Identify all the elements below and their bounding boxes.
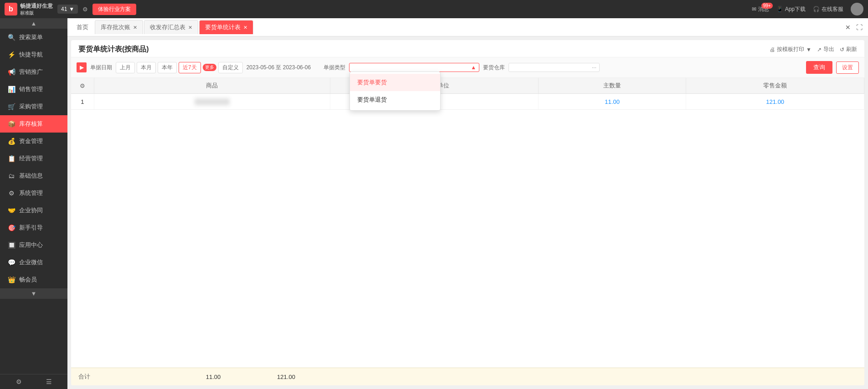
headset-icon: 🎧 (813, 6, 820, 12)
sidebar-scroll-up[interactable]: ▲ (0, 18, 67, 29)
sidebar-item-wechat[interactable]: 💬 企业微信 (0, 254, 67, 271)
trial-button[interactable]: 体验行业方案 (92, 4, 136, 15)
col-settings-icon[interactable]: ⚙ (80, 82, 85, 89)
col-amount: 零售金额 (686, 78, 864, 94)
footer-quantity: 11.00 (200, 374, 227, 380)
footer-label: 合计 (78, 373, 90, 381)
basic-info-icon: 🗂 (7, 172, 15, 180)
online-service-item[interactable]: 🎧 在线客服 (813, 5, 843, 13)
message-badge: 99+ (761, 3, 773, 9)
export-label: 导出 (823, 46, 834, 53)
export-button[interactable]: ↗ 导出 (817, 46, 834, 53)
sidebar-label-finance: 资金管理 (19, 137, 43, 145)
sidebar-item-quick-nav[interactable]: ⚡ 快捷导航 (0, 46, 67, 63)
col-settings[interactable]: ⚙ (71, 78, 94, 94)
date-btn-last-month[interactable]: 上月 (116, 62, 135, 73)
sidebar-item-purchase[interactable]: 🛒 采购管理 (0, 98, 67, 115)
col-product: 商品 (94, 78, 330, 94)
user-avatar[interactable] (851, 3, 863, 15)
type-input-container[interactable]: ▲ 要货单要货 要货单退货 (349, 63, 479, 72)
template-print-chevron: ▼ (806, 46, 812, 53)
tab-label-inventory-batch: 库存批次账 (101, 23, 130, 31)
template-print-label: 按模板打印 (777, 46, 804, 53)
sidebar-label-inventory: 库存核算 (19, 120, 43, 128)
dropdown-item-order-return[interactable]: 要货单退货 (350, 91, 440, 108)
sidebar-item-app-center[interactable]: 🔲 应用中心 (0, 236, 67, 254)
refresh-icon: ↺ (840, 46, 844, 53)
tab-inventory-batch[interactable]: 库存批次账 ✕ (95, 20, 143, 34)
data-table: ⚙ 商品 主计量单位 主数量 零售金额 1 ████ ████ (71, 78, 864, 110)
top-header: b 畅捷通好生意 标准版 41 ▼ ⚙ 体验行业方案 ✉ 消息 99+ 📱 Ap… (0, 0, 868, 18)
table-row: 1 ████ ████ 块 11.00 121.00 (71, 94, 864, 110)
logo-text: 畅捷通好生意 标准版 (20, 2, 53, 16)
sidebar-item-system[interactable]: ⚙ 系统管理 (0, 184, 67, 202)
dropdown-item-order-request[interactable]: 要货单要货 (350, 74, 440, 91)
sidebar-label-system: 系统管理 (19, 189, 43, 197)
type-dropdown: 要货单要货 要货单退货 (349, 72, 441, 111)
selector-value: 41 (61, 6, 67, 12)
custom-date-button[interactable]: 自定义 (218, 62, 243, 73)
tab-close-all-icon[interactable]: ✕ (843, 23, 853, 32)
message-icon: ✉ (752, 6, 756, 12)
tab-home[interactable]: 首页 (71, 20, 94, 34)
settings-bottom-icon[interactable]: ⚙ (16, 378, 22, 385)
template-print-button[interactable]: 🖨 按模板打印 ▼ (770, 46, 812, 53)
quantity-link[interactable]: 11.00 (605, 98, 620, 105)
member-icon: 👑 (7, 276, 15, 284)
expand-filter-button[interactable]: ▶ (77, 62, 87, 72)
sidebar-label-basic-info: 基础信息 (19, 172, 43, 180)
tab-close-inventory-batch[interactable]: ✕ (133, 25, 137, 31)
tab-order-stats[interactable]: 要货单统计表 ✕ (199, 20, 253, 34)
warehouse-label: 要货仓库 (483, 64, 505, 72)
app-download-item[interactable]: 📱 App下载 (776, 5, 806, 13)
app-selector[interactable]: 41 ▼ (57, 5, 78, 14)
sidebar-item-marketing[interactable]: 📢 营销推广 (0, 63, 67, 81)
amount-link[interactable]: 121.00 (766, 98, 784, 105)
marketing-icon: 📢 (7, 68, 15, 76)
tab-receive-summary[interactable]: 收发存汇总表 ✕ (144, 20, 198, 34)
menu-bottom-icon[interactable]: ☰ (46, 378, 52, 385)
tab-right-buttons: ✕ ⛶ (843, 23, 864, 32)
enterprise-icon: 🤝 (7, 206, 15, 215)
tab-label-order-stats: 要货单统计表 (205, 23, 241, 31)
tab-close-order-stats[interactable]: ✕ (243, 25, 247, 31)
sidebar-item-member[interactable]: 👑 畅会员 (0, 271, 67, 288)
header-left: b 畅捷通好生意 标准版 41 ▼ ⚙ 体验行业方案 (5, 2, 136, 16)
tab-bar: 首页 库存批次账 ✕ 收发存汇总表 ✕ 要货单统计表 ✕ ✕ ⛶ (67, 18, 868, 36)
sidebar-item-finance[interactable]: 💰 资金管理 (0, 133, 67, 150)
more-dates-tag[interactable]: 更多 (203, 64, 216, 71)
filter-bar: ▶ 单据日期 上月 本月 本年 近7天 更多 自定义 2023-05-06 至 … (71, 57, 864, 78)
sidebar-scroll-down[interactable]: ▼ (0, 288, 67, 299)
sidebar-item-basic-info[interactable]: 🗂 基础信息 (0, 167, 67, 184)
sidebar-item-sales[interactable]: 📊 销售管理 (0, 81, 67, 98)
date-btn-this-month[interactable]: 本月 (137, 62, 156, 73)
type-chevron-icon[interactable]: ▲ (471, 64, 476, 71)
page-title: 要货单统计表(按商品) (78, 45, 149, 54)
sidebar-item-operations[interactable]: 📋 经营管理 (0, 150, 67, 167)
cell-amount: 121.00 (686, 94, 864, 110)
sidebar-label-quick-nav: 快捷导航 (19, 51, 43, 59)
settings-button[interactable]: 设置 (836, 61, 859, 74)
date-btn-last7days[interactable]: 近7天 (179, 62, 201, 73)
query-button[interactable]: 查询 (806, 61, 832, 74)
type-input[interactable] (352, 64, 471, 71)
sidebar-item-search[interactable]: 🔍 搜索菜单 (0, 29, 67, 46)
system-icon: ⚙ (7, 189, 15, 197)
sidebar-item-enterprise[interactable]: 🤝 企业协同 (0, 202, 67, 219)
warehouse-input[interactable]: ··· (508, 63, 600, 72)
page-actions: 🖨 按模板打印 ▼ ↗ 导出 ↺ 刷新 (770, 46, 857, 53)
header-right: ✉ 消息 99+ 📱 App下载 🎧 在线客服 (752, 3, 863, 15)
tab-expand-icon[interactable]: ⛶ (854, 23, 864, 32)
sidebar-label-app-center: 应用中心 (19, 241, 43, 249)
sidebar-item-inventory[interactable]: 📦 库存核算 (0, 115, 67, 133)
message-item[interactable]: ✉ 消息 99+ (752, 5, 769, 13)
warehouse-more-icon[interactable]: ··· (592, 64, 596, 71)
tab-close-receive-summary[interactable]: ✕ (188, 25, 192, 31)
content-area: 首页 库存批次账 ✕ 收发存汇总表 ✕ 要货单统计表 ✕ ✕ ⛶ 要货单统计表(… (67, 18, 868, 389)
refresh-button[interactable]: ↺ 刷新 (840, 46, 857, 53)
date-btn-this-year[interactable]: 本年 (158, 62, 177, 73)
sidebar-label-wechat: 企业微信 (19, 258, 43, 266)
gear-icon[interactable]: ⚙ (82, 6, 88, 13)
sidebar-label-enterprise: 企业协同 (19, 206, 43, 215)
sidebar-item-guide[interactable]: 🎯 新手引导 (0, 219, 67, 236)
